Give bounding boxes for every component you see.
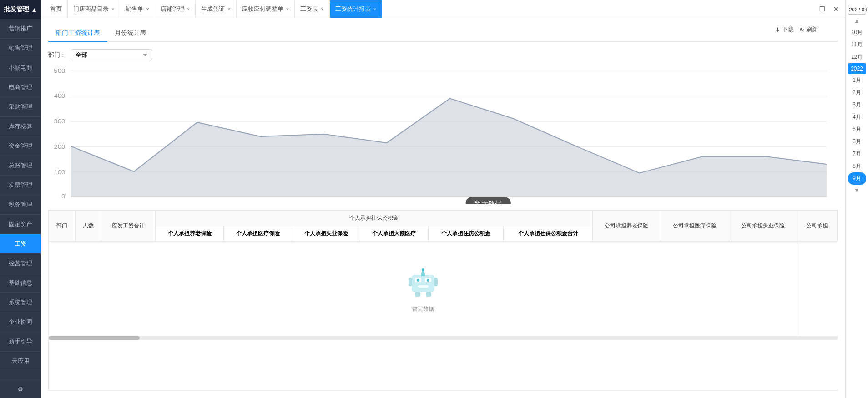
sidebar-item-采购管理[interactable]: 采购管理 — [0, 97, 41, 117]
sidebar: 批发管理 ▲ 营销推广销售管理小畅电商电商管理采购管理库存核算资金管理总账管理发… — [0, 0, 41, 398]
download-button[interactable]: ⬇ 下载 — [775, 25, 794, 34]
sub-tab-部门工资统计表[interactable]: 部门工资统计表 — [48, 25, 107, 42]
sidebar-item-工资[interactable]: 工资 — [0, 234, 41, 254]
empty-state: 暂无数据 — [54, 245, 792, 331]
sidebar-item-发票管理[interactable]: 发票管理 — [0, 176, 41, 195]
tab-店铺管理[interactable]: 店铺管理× — [155, 0, 196, 18]
sidebar-item-营销推广[interactable]: 营销推广 — [0, 19, 41, 39]
month-item-10月[interactable]: 10月 — [848, 26, 866, 39]
svg-point-16 — [427, 279, 429, 282]
month-item-4月[interactable]: 4月 — [848, 111, 866, 123]
sidebar-item-资金管理[interactable]: 资金管理 — [0, 136, 41, 156]
month-item-5月[interactable]: 5月 — [848, 123, 866, 136]
svg-text:0: 0 — [61, 193, 66, 200]
sidebar-collapse-icon: ▲ — [31, 6, 37, 13]
sidebar-item-固定资产[interactable]: 固定资产 — [0, 215, 41, 234]
tab-bar: 首页门店商品目录×销售单×店铺管理×生成凭证×应收应付调整单×工资表×工资统计报… — [41, 0, 845, 18]
tab-close-icon[interactable]: × — [373, 6, 376, 12]
dept-filter-select[interactable]: 全部 — [71, 49, 152, 60]
empty-icon — [405, 263, 441, 300]
table-container[interactable]: 部门 人数 应发工资合计 个人承担社保公积金 公司承担养老保险 公司承担医疗保险… — [48, 210, 838, 391]
month-item-12月[interactable]: 12月 — [848, 51, 866, 63]
col-company-pension: 公司承担养老保险 — [592, 211, 661, 242]
month-item-3月[interactable]: 3月 — [848, 99, 866, 111]
chart-area-fill — [71, 99, 827, 197]
month-item-2月[interactable]: 2月 — [848, 86, 866, 99]
refresh-button[interactable]: ↻ 刷新 — [799, 25, 818, 34]
svg-rect-17 — [418, 285, 429, 288]
month-list: 10月11月12月20221月2月3月4月5月6月7月8月9月 — [848, 26, 866, 185]
sidebar-item-小畅电商[interactable]: 小畅电商 — [0, 58, 41, 78]
nav-up-button[interactable]: ▲ — [852, 15, 862, 26]
svg-point-20 — [422, 268, 424, 271]
month-item-6月[interactable]: 6月 — [848, 136, 866, 148]
sidebar-item-税务管理[interactable]: 税务管理 — [0, 195, 41, 215]
sidebar-item-云应用[interactable]: 云应用 — [0, 352, 41, 371]
sidebar-item-经营管理[interactable]: 经营管理 — [0, 254, 41, 273]
settings-button[interactable]: ⚙ — [0, 380, 41, 398]
svg-point-15 — [417, 279, 419, 282]
month-item-9月[interactable]: 9月 — [848, 172, 866, 185]
svg-rect-24 — [426, 292, 431, 297]
sidebar-header[interactable]: 批发管理 ▲ — [0, 0, 41, 19]
empty-text: 暂无数据 — [412, 305, 434, 313]
tab-close-icon[interactable]: × — [111, 6, 114, 12]
tab-close-icon[interactable]: × — [146, 6, 149, 12]
chart-area: 500 400 300 200 100 0 — [48, 68, 838, 204]
table-row: 暂无数据 — [49, 242, 838, 335]
sidebar-item-新手引导[interactable]: 新手引导 — [0, 332, 41, 352]
sidebar-item-基础信息[interactable]: 基础信息 — [0, 273, 41, 293]
sub-tab-list: 部门工资统计表月份统计表 — [48, 25, 154, 41]
download-icon: ⬇ — [775, 26, 780, 33]
sidebar-item-总账管理[interactable]: 总账管理 — [0, 156, 41, 176]
tab-list: 首页门店商品目录×销售单×店铺管理×生成凭证×应收应付调整单×工资表×工资统计报… — [45, 0, 813, 18]
sidebar-item-电商管理[interactable]: 电商管理 — [0, 78, 41, 97]
col-personal-housing: 个人承担住房公积金 — [428, 226, 503, 242]
sidebar-item-企业协同[interactable]: 企业协同 — [0, 312, 41, 332]
month-item-1月[interactable]: 1月 — [848, 74, 866, 86]
tab-close-icon[interactable]: × — [286, 6, 289, 12]
svg-rect-23 — [415, 292, 420, 297]
scrollbar-thumb[interactable] — [49, 336, 140, 340]
refresh-label: 刷新 — [806, 25, 818, 34]
col-personal-medical: 个人承担医疗保险 — [224, 226, 292, 242]
restore-button[interactable]: ❐ — [817, 5, 828, 14]
month-item-11月[interactable]: 11月 — [848, 39, 866, 51]
col-personal-total: 个人承担社保公积金合计 — [504, 226, 593, 242]
tab-close-icon[interactable]: × — [187, 6, 190, 12]
sidebar-items: 营销推广销售管理小畅电商电商管理采购管理库存核算资金管理总账管理发票管理税务管理… — [0, 19, 41, 371]
data-table: 部门 人数 应发工资合计 个人承担社保公积金 公司承担养老保险 公司承担医疗保险… — [49, 210, 838, 335]
chart-tooltip-text: 暂无数据 — [474, 200, 502, 204]
month-item-7月[interactable]: 7月 — [848, 148, 866, 160]
filter-row: 部门： 全部 — [48, 49, 838, 60]
chart-svg: 500 400 300 200 100 0 — [48, 68, 838, 204]
col-dept: 部门 — [49, 211, 76, 242]
tab-close-icon[interactable]: × — [227, 6, 230, 12]
col-company-other: 公司承担 — [797, 211, 837, 242]
year-label[interactable]: 2022.09 — [848, 5, 866, 15]
svg-text:200: 200 — [54, 143, 65, 150]
sidebar-item-销售管理[interactable]: 销售管理 — [0, 39, 41, 58]
col-personal-group: 个人承担社保公积金 — [156, 211, 593, 226]
col-salary: 应发工资合计 — [101, 211, 156, 242]
main-area: 首页门店商品目录×销售单×店铺管理×生成凭证×应收应付调整单×工资表×工资统计报… — [41, 0, 845, 398]
sidebar-item-系统管理[interactable]: 系统管理 — [0, 293, 41, 312]
month-item-2022[interactable]: 2022 — [848, 63, 866, 74]
tab-工资表[interactable]: 工资表× — [295, 0, 329, 18]
tab-门店商品目录[interactable]: 门店商品目录× — [68, 0, 120, 18]
tab-应收应付调整单[interactable]: 应收应付调整单× — [237, 0, 295, 18]
table-scrollbar[interactable] — [49, 336, 838, 340]
tab-销售单[interactable]: 销售单× — [120, 0, 155, 18]
right-panel: 2022.09 ▲ 10月11月12月20221月2月3月4月5月6月7月8月9… — [845, 0, 868, 398]
col-company-medical: 公司承担医疗保险 — [661, 211, 729, 242]
tab-close-icon[interactable]: × — [321, 6, 323, 12]
month-item-8月[interactable]: 8月 — [848, 160, 866, 172]
nav-down-button[interactable]: ▼ — [852, 185, 862, 196]
toolbar: ⬇ 下载 ↻ 刷新 — [775, 25, 818, 34]
close-button[interactable]: ✕ — [831, 5, 842, 14]
tab-工资统计报表[interactable]: 工资统计报表× — [330, 0, 382, 18]
sub-tab-月份统计表[interactable]: 月份统计表 — [107, 25, 154, 42]
tab-生成凭证[interactable]: 生成凭证× — [196, 0, 236, 18]
tab-首页[interactable]: 首页 — [45, 0, 68, 18]
sidebar-item-库存核算[interactable]: 库存核算 — [0, 117, 41, 136]
